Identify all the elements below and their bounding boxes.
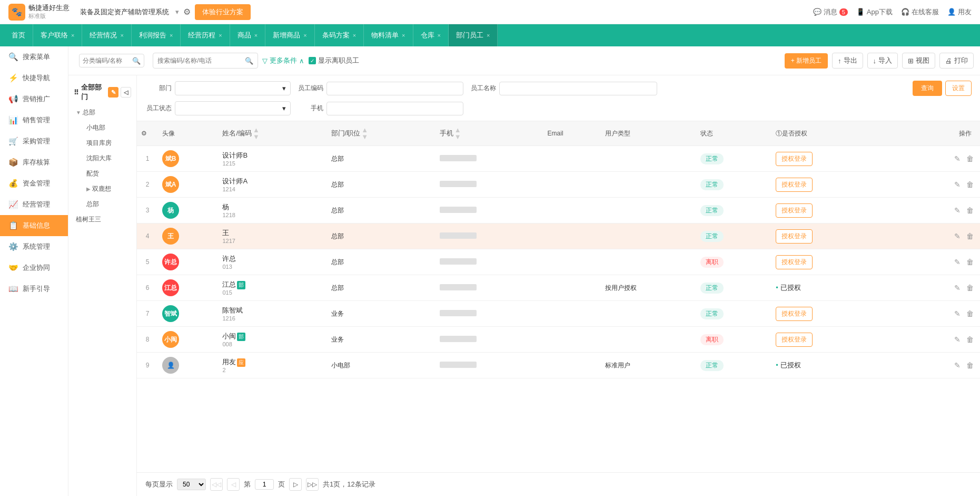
sidebar-item-guide[interactable]: 📖 新手引导 [0,278,68,299]
sidebar-item-quick[interactable]: ⚡ 快捷导航 [0,67,68,89]
dept-item-delivery[interactable]: 配货 [79,166,136,181]
dept-item-project[interactable]: 项目库房 [79,135,136,151]
emp-name-input[interactable] [499,82,657,95]
sidebar-item-marketing[interactable]: 📢 营销推广 [0,89,68,110]
dept-item-zongbu[interactable]: 总部 [79,197,136,212]
sidebar-item-purchase[interactable]: 🛒 采购管理 [0,131,68,152]
sidebar-item-finance[interactable]: 💰 资金管理 [0,173,68,194]
status-select[interactable]: ▾ [175,101,291,115]
tab-profit[interactable]: 利润报告 × [132,24,181,46]
close-icon[interactable]: × [219,32,222,38]
edit-btn[interactable]: ✎ [952,283,963,293]
employee-search-icon[interactable]: 🔍 [245,57,253,65]
authorize-btn[interactable]: 授权登录 [776,255,813,269]
dept-item-electric[interactable]: 小电部 [79,120,136,135]
sidebar-item-sales[interactable]: 📊 销售管理 [0,110,68,131]
close-icon[interactable]: × [438,32,441,38]
tab-bom[interactable]: 物料清单 × [364,24,413,46]
show-resigned-check[interactable]: ✓ 显示离职员工 [309,56,359,65]
delete-btn[interactable]: 🗑 [964,205,976,216]
authorize-btn[interactable]: 授权登录 [776,333,813,347]
delete-btn[interactable]: 🗑 [964,283,976,293]
tab-history[interactable]: 经营历程 × [181,24,230,46]
close-icon[interactable]: × [254,32,258,38]
tab-warehouse[interactable]: 仓库 × [413,24,449,46]
edit-btn[interactable]: ✎ [952,179,963,190]
app-download-btn[interactable]: 📱 App下载 [856,7,893,17]
more-filter-btn[interactable]: ▽ 更多条件 ∧ [262,56,304,65]
tree-icon-collapse[interactable]: ◁ [121,87,131,98]
sidebar-item-inventory[interactable]: 📦 库存核算 [0,152,68,173]
dept-search-icon[interactable]: 🔍 [132,57,141,65]
search-btn[interactable]: 查询 [913,81,942,96]
online-service-btn[interactable]: 🎧 在线客服 [901,7,939,17]
close-icon[interactable]: × [71,32,74,38]
delete-btn[interactable]: 🗑 [964,257,976,267]
dept-item-shenyang[interactable]: 沈阳大库 [79,151,136,166]
page-number-input[interactable] [255,479,274,490]
dept-select[interactable]: ▾ [175,81,291,95]
edit-btn[interactable]: ✎ [952,205,963,216]
delete-btn[interactable]: 🗑 [964,308,976,319]
view-btn[interactable]: ⊞ 视图 [902,53,935,69]
settings-btn[interactable]: 设置 [945,81,972,96]
sidebar-item-collab[interactable]: 🤝 企业协同 [0,257,68,278]
first-page-btn[interactable]: ◁◁ [210,478,223,491]
authorize-btn[interactable]: 授权登录 [776,178,813,192]
tab-home[interactable]: 首页 [4,24,33,46]
gear-button[interactable]: ⚙ [183,7,191,17]
tab-add-goods[interactable]: 新增商品 × [265,24,314,46]
tree-icon-edit[interactable]: ✎ [108,87,118,98]
edit-btn[interactable]: ✎ [952,308,963,319]
delete-btn[interactable]: 🗑 [964,179,976,190]
edit-btn[interactable]: ✎ [952,153,963,164]
tab-operation[interactable]: 经营情况 × [82,24,131,46]
dept-item-shuanglu[interactable]: 双鹿想 [79,181,136,197]
next-page-btn[interactable]: ▷ [289,478,302,491]
edit-btn[interactable]: ✎ [952,334,963,345]
dept-tree-item-general[interactable]: 总部 [68,105,136,120]
delete-btn[interactable]: 🗑 [964,360,976,371]
delete-btn[interactable]: 🗑 [964,231,976,241]
page-size-select[interactable]: 50 20 100 [177,479,206,490]
edit-btn[interactable]: ✎ [952,231,963,241]
tab-dept-employee[interactable]: 部门员工 × [449,24,498,46]
dept-item-zhishu[interactable]: 植树王三 [68,212,136,227]
message-btn[interactable]: 💬 消息 5 [813,7,848,17]
sidebar-item-search[interactable]: 🔍 搜索菜单 [0,46,68,67]
sort-arrows-dept[interactable]: ▲▼ [361,127,368,140]
trial-button[interactable]: 体验行业方案 [195,4,251,20]
sidebar-item-basic[interactable]: 📋 基础信息 [0,215,68,236]
delete-btn[interactable]: 🗑 [964,153,976,164]
import-btn[interactable]: ↓ 导入 [867,53,898,69]
authorize-btn[interactable]: 授权登录 [776,307,813,321]
sidebar-item-system[interactable]: ⚙️ 系统管理 [0,236,68,257]
prev-page-btn[interactable]: ◁ [227,478,240,491]
sort-arrows-name[interactable]: ▲▼ [253,127,260,140]
print-btn[interactable]: 🖨 打印 [939,53,974,69]
close-icon[interactable]: × [170,32,173,38]
close-icon[interactable]: × [303,32,306,38]
edit-btn[interactable]: ✎ [952,360,963,371]
th-name[interactable]: 姓名/编码 ▲▼ [218,121,326,146]
sidebar-item-business[interactable]: 📈 经营管理 [0,194,68,215]
close-icon[interactable]: × [402,32,405,38]
add-employee-btn[interactable]: + 新增员工 [785,53,828,69]
delete-btn[interactable]: 🗑 [964,334,976,345]
emp-code-input[interactable] [326,82,463,95]
authorize-btn[interactable]: 授权登录 [776,152,813,166]
edit-btn[interactable]: ✎ [952,257,963,267]
tab-barcode[interactable]: 条码方案 × [315,24,364,46]
employee-search-input[interactable] [157,57,242,64]
authorize-btn[interactable]: 授权登录 [776,229,813,244]
user-btn[interactable]: 👤 用友 [947,7,972,17]
close-icon[interactable]: × [487,32,490,38]
tab-goods[interactable]: 商品 × [230,24,265,46]
phone-input[interactable] [326,102,463,115]
th-phone[interactable]: 手机 ▲▼ [435,121,543,146]
th-dept[interactable]: 部门/职位 ▲▼ [327,121,435,146]
last-page-btn[interactable]: ▷▷ [306,478,319,491]
authorize-btn[interactable]: 授权登录 [776,203,813,218]
export-btn[interactable]: ↑ 导出 [832,53,863,69]
sort-arrows-phone[interactable]: ▲▼ [454,127,461,140]
